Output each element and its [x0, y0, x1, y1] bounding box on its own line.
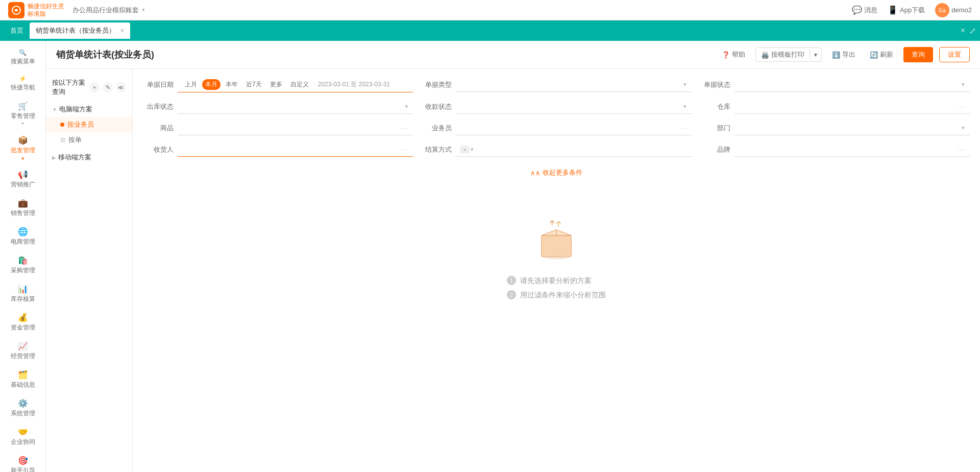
- empty-state-icon: [531, 212, 582, 263]
- date-control[interactable]: 上月 本月 本年 近7天 更多 自定义 2023-03-01 至 2023-03…: [178, 77, 413, 92]
- date-btn-custom[interactable]: 自定义: [287, 79, 312, 90]
- page-title: 销货单统计表(按业务员): [56, 49, 154, 61]
- settle-method-control[interactable]: × ▼: [456, 143, 691, 157]
- sidebar-item-finance[interactable]: 💰 资金管理: [3, 309, 43, 336]
- doc-type-control[interactable]: ▼: [456, 78, 691, 92]
- tab-sales-stats[interactable]: 销货单统计表（按业务员） ×: [30, 22, 130, 39]
- sidebar-item-ecommerce[interactable]: 🌐 电商管理: [3, 223, 43, 250]
- filter-row-4: 收货人 ··· 结算方式 × ▼: [143, 143, 970, 157]
- dept-control[interactable]: ▼: [734, 121, 970, 135]
- filter-item-doc-status: 单据状态 ▼: [700, 78, 970, 92]
- mobile-scheme-header[interactable]: ▶ 移动端方案: [46, 150, 132, 165]
- print-template-button[interactable]: 🖨️ 按模板打印 ▼: [755, 48, 822, 62]
- out-status-label: 出库状态: [143, 102, 174, 111]
- app-download-button[interactable]: 📱 App下载: [888, 5, 925, 15]
- app-title: 办公用品行业模拟账套 ▼: [72, 6, 146, 15]
- message-button[interactable]: 💬 消息: [852, 5, 877, 15]
- settings-button[interactable]: 设置: [939, 47, 970, 62]
- wholesale-icon: 📦: [5, 135, 41, 145]
- content: 销货单统计表(按业务员) ❓ 帮助 🖨️ 按模板打印 ▼ ⬇️ 导出: [46, 41, 980, 472]
- collapse-button[interactable]: ∧∧ 收起更多条件: [143, 164, 970, 181]
- doc-status-label: 单据状态: [700, 80, 730, 89]
- sidebar-item-sales[interactable]: 💼 销售管理: [3, 194, 43, 222]
- warehouse-control[interactable]: ···: [734, 100, 970, 114]
- refresh-icon: 🔄: [870, 51, 878, 59]
- sidebar-item-quicknav[interactable]: ⚡ 快捷导航: [3, 71, 43, 96]
- brand-control[interactable]: ···: [734, 143, 970, 157]
- filter-nav-actions: + ✎ ≪: [89, 82, 126, 92]
- tab-close-icon[interactable]: ×: [120, 27, 124, 34]
- add-scheme-button[interactable]: +: [89, 82, 100, 92]
- purchase-icon: 🛍️: [5, 255, 41, 265]
- print-dropdown-arrow[interactable]: ▼: [810, 50, 821, 60]
- tabbar-actions: × ⤢: [961, 26, 976, 36]
- tab-expand-icon[interactable]: ⤢: [969, 26, 976, 36]
- topbar-left: 畅捷信好生意 标准版 办公用品行业模拟账套 ▼: [8, 2, 146, 18]
- doc-status-control[interactable]: ▼: [734, 78, 970, 92]
- sidebar-item-search[interactable]: 🔍 搜索菜单: [3, 45, 43, 70]
- print-icon: 🖨️: [761, 51, 769, 59]
- tab-home[interactable]: 首页: [4, 22, 30, 39]
- out-status-control[interactable]: ▼: [178, 100, 413, 114]
- sidebar-item-retail[interactable]: 🛒 零售管理 ▾: [3, 97, 43, 130]
- filter-nav: 按以下方案查询 + ✎ ≪ ▼ 电脑端方案 按业务员: [46, 69, 133, 472]
- sidebar-item-operations[interactable]: 📈 经营管理: [3, 337, 43, 365]
- date-range-bar: 上月 本月 本年 近7天 更多 自定义 2023-03-01 至 2023-03…: [182, 79, 409, 90]
- edit-scheme-button[interactable]: ✎: [103, 82, 113, 92]
- date-label: 单据日期: [143, 80, 174, 89]
- app-title-chevron[interactable]: ▼: [141, 7, 146, 13]
- query-button[interactable]: 查询: [903, 47, 933, 62]
- sidebar-item-basic-info[interactable]: 🗂️ 基础信息: [3, 366, 43, 393]
- date-range-text: 2023-03-01 至 2023-03-31: [318, 80, 390, 89]
- sales-icon: 💼: [5, 198, 41, 208]
- topbar: 畅捷信好生意 标准版 办公用品行业模拟账套 ▼ 💬 消息 📱 App下载 Ea …: [0, 0, 980, 20]
- goods-control[interactable]: ···: [178, 121, 413, 135]
- date-btn-7days[interactable]: 近7天: [243, 79, 265, 90]
- sidebar-item-cooperation[interactable]: 🤝 企业协同: [3, 423, 43, 451]
- settle-method-label: 结算方式: [421, 145, 452, 154]
- user-menu[interactable]: Ea demo2: [935, 3, 972, 17]
- refresh-button[interactable]: 🔄 刷新: [866, 48, 897, 61]
- content-body: 按以下方案查询 + ✎ ≪ ▼ 电脑端方案 按业务员: [46, 69, 980, 472]
- date-btn-this-month[interactable]: 本月: [202, 79, 220, 90]
- filter-row-1: 单据日期 上月 本月 本年 近7天 更多 自定义 2023-03-01 至 20…: [143, 77, 970, 92]
- settle-method-tag-close[interactable]: ×: [463, 147, 466, 153]
- scheme-by-order[interactable]: ⊞ 按单: [46, 132, 132, 148]
- salesperson-control[interactable]: ···: [456, 121, 691, 135]
- group-expand-icon: ▼: [52, 107, 57, 112]
- help-button[interactable]: ❓ 帮助: [718, 48, 749, 61]
- goods-label: 商品: [143, 124, 174, 133]
- desktop-scheme-header[interactable]: ▼ 电脑端方案: [46, 102, 132, 117]
- main-layout: 🔍 搜索菜单 ⚡ 快捷导航 🛒 零售管理 ▾ 📦 批发管理 ▴ 📢 营销推广 💼…: [0, 41, 980, 472]
- mobile-scheme-group: ▶ 移动端方案: [46, 150, 132, 165]
- export-button[interactable]: ⬇️ 导出: [828, 48, 860, 61]
- empty-tip-1: 1 请先选择要分析的方案: [507, 273, 606, 288]
- date-btn-last-month[interactable]: 上月: [182, 79, 200, 90]
- inventory-icon: 📊: [5, 284, 41, 294]
- sidebar-item-wholesale[interactable]: 📦 批发管理 ▴: [3, 131, 43, 164]
- collapse-up-icon: ∧∧: [530, 169, 541, 177]
- date-btn-more[interactable]: 更多: [267, 79, 285, 90]
- scheme-by-salesperson[interactable]: 按业务员: [46, 117, 132, 132]
- sidebar-item-newbie[interactable]: 🎯 新手引导: [3, 452, 43, 472]
- filter-item-salesperson: 业务员 ···: [421, 121, 691, 135]
- sidebar-item-system[interactable]: ⚙️ 系统管理: [3, 394, 43, 422]
- filter-item-out-status: 出库状态 ▼: [143, 100, 413, 114]
- settle-method-arrow-icon: ▼: [470, 147, 475, 152]
- basic-info-icon: 🗂️: [5, 370, 41, 380]
- receipt-status-control[interactable]: ▼: [456, 100, 691, 114]
- sidebar-item-marketing[interactable]: 📢 营销推广: [3, 166, 43, 193]
- date-btn-this-year[interactable]: 本年: [223, 79, 241, 90]
- sidebar: 🔍 搜索菜单 ⚡ 快捷导航 🛒 零售管理 ▾ 📦 批发管理 ▴ 📢 营销推广 💼…: [0, 41, 46, 472]
- tab-minimize-icon[interactable]: ×: [961, 26, 965, 36]
- receiver-control[interactable]: ···: [178, 143, 413, 157]
- page-actions: ❓ 帮助 🖨️ 按模板打印 ▼ ⬇️ 导出 🔄 刷新: [718, 47, 970, 62]
- sidebar-item-purchase[interactable]: 🛍️ 采购管理: [3, 251, 43, 279]
- empty-state: 1 请先选择要分析的方案 2 用过滤条件来缩小分析范围: [143, 181, 970, 333]
- empty-tip-2: 2 用过滤条件来缩小分析范围: [507, 288, 606, 302]
- collapse-nav-button[interactable]: ≪: [116, 82, 126, 92]
- logo-area: 畅捷信好生意 标准版: [8, 2, 64, 18]
- filter-form: 单据日期 上月 本月 本年 近7天 更多 自定义 2023-03-01 至 20…: [133, 69, 980, 472]
- message-icon: 💬: [852, 5, 862, 15]
- sidebar-item-inventory[interactable]: 📊 库存核算: [3, 280, 43, 308]
